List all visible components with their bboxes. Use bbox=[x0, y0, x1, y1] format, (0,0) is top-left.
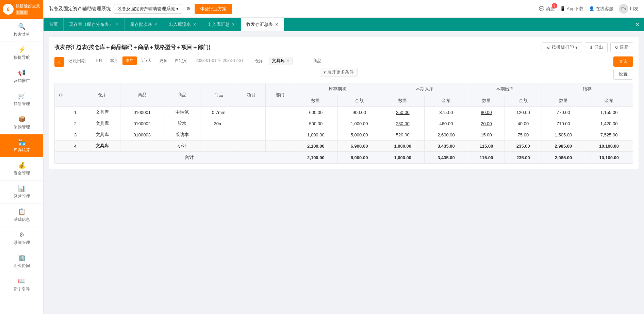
th-in-qty: 数量 bbox=[381, 95, 425, 107]
sidebar-item-inventory[interactable]: 🏪 库存核算 bbox=[0, 134, 43, 158]
row-in-qty[interactable]: 230.00 bbox=[381, 118, 425, 129]
system-dropdown[interactable]: 装备及固定资产辅助管理系统 ▾ bbox=[114, 4, 182, 14]
row-out-qty[interactable]: 20.00 bbox=[468, 118, 505, 129]
message-action[interactable]: 💬 消息 6 bbox=[539, 6, 555, 12]
tab-inout-summary-close[interactable]: ✕ bbox=[232, 22, 235, 27]
date-btn-this-month[interactable]: 本月 bbox=[107, 56, 121, 65]
sidebar-item-basic-info[interactable]: 📋 基础信息 bbox=[0, 204, 43, 227]
expand-label: 展开更多条件 bbox=[327, 69, 354, 75]
th-out: 本期出库 bbox=[468, 83, 542, 95]
online-service-action[interactable]: 👤 在线客服 bbox=[589, 6, 613, 12]
refresh-button[interactable]: ↻ 刷新 bbox=[610, 42, 633, 52]
th-settings[interactable]: ⚙ bbox=[55, 83, 67, 107]
date-btn-last-month[interactable]: 上月 bbox=[91, 56, 105, 65]
row-project bbox=[237, 141, 266, 152]
row-in-amt: 2,600.00 bbox=[425, 129, 468, 141]
date-range-display: 2023-01-01 至 2023-12-31 bbox=[196, 58, 244, 64]
chevron-down-icon: ▾ bbox=[575, 45, 578, 50]
sidebar-item-operations[interactable]: 📊 经营管理 bbox=[0, 181, 43, 204]
row-in-qty-link[interactable]: 250.00 bbox=[396, 110, 410, 115]
row-in-qty[interactable]: 1,000.00 bbox=[381, 141, 425, 152]
query-button[interactable]: 查询 bbox=[613, 56, 633, 67]
filter-ellipsis-2[interactable]: ... bbox=[327, 58, 333, 63]
footer-empty-2 bbox=[67, 152, 84, 164]
sidebar-item-label: 销售管理 bbox=[14, 101, 30, 107]
close-all-tabs[interactable]: ✕ bbox=[631, 21, 644, 28]
sidebar-item-system[interactable]: ⚙ 系统管理 bbox=[0, 227, 43, 250]
row-out-qty-link[interactable]: 20.00 bbox=[481, 121, 492, 126]
date-btn-this-year[interactable]: 本年 bbox=[122, 56, 137, 65]
row-balance-qty: 770.00 bbox=[542, 107, 585, 118]
expand-conditions-button[interactable]: ▾ 展开更多条件 bbox=[320, 68, 358, 77]
tab-inout-summary[interactable]: 出入库汇总 ✕ bbox=[202, 18, 241, 31]
row-in-qty[interactable]: 520.00 bbox=[381, 129, 425, 141]
sidebar-item-sales[interactable]: 🛒 销售管理 bbox=[0, 88, 43, 111]
row-project bbox=[237, 107, 266, 118]
footer-out-amt: 235.00 bbox=[505, 152, 542, 164]
export-label: 导出 bbox=[594, 44, 603, 50]
sidebar-item-finance[interactable]: 💰 资金管理 bbox=[0, 158, 43, 181]
date-btn-custom[interactable]: 自定义 bbox=[172, 56, 190, 65]
sidebar-item-beginner[interactable]: 📖 新手引导 bbox=[0, 273, 43, 296]
sidebar-item-label: 系统管理 bbox=[14, 240, 30, 246]
tab-recv-send-summary[interactable]: 收发存汇总表 ✕ bbox=[241, 18, 284, 31]
row-out-qty[interactable]: 80.00 bbox=[468, 107, 505, 118]
tab-home[interactable]: 首页 bbox=[44, 18, 64, 31]
tab-bar: 首页 现存量（库存分布表） ✕ 库存批次账 ✕ 出入库流水 ✕ 出入库汇总 ✕ … bbox=[44, 18, 644, 31]
sidebar-item-quick-nav[interactable]: ⚡ 快捷导航 bbox=[0, 42, 43, 65]
sidebar-item-search[interactable]: 🔍 搜索菜单 bbox=[0, 19, 43, 42]
warehouse-remove-icon[interactable]: ✕ bbox=[286, 59, 290, 63]
tab-inventory-dist-close[interactable]: ✕ bbox=[115, 22, 119, 27]
export-button[interactable]: ⬇ 导出 bbox=[585, 42, 608, 52]
sidebar-item-enterprise[interactable]: 🏢 企业协同 bbox=[0, 250, 43, 273]
refresh-icon: ↻ bbox=[615, 45, 618, 50]
sidebar-item-label: 资金管理 bbox=[14, 170, 30, 176]
row-in-qty[interactable]: 250.00 bbox=[381, 107, 425, 118]
experience-button[interactable]: 体验行业方案 bbox=[195, 4, 232, 14]
row-out-qty-link[interactable]: 15.00 bbox=[481, 132, 492, 137]
tab-recv-send-summary-close[interactable]: ✕ bbox=[275, 22, 278, 27]
tab-inout-summary-label: 出入库汇总 bbox=[208, 21, 230, 28]
user-action[interactable]: Ea 用友 bbox=[619, 4, 639, 14]
print-button[interactable]: 🖨 按模板打印 ▾ bbox=[542, 42, 582, 52]
warehouse-label: 仓库 bbox=[254, 58, 263, 64]
expand-icon: ▾ bbox=[324, 70, 326, 75]
footer-opening-qty: 2,100.00 bbox=[294, 152, 338, 164]
system-name: 装备及固定资产辅助管理系统 bbox=[49, 6, 111, 12]
row-in-qty-link[interactable]: 1,000.00 bbox=[394, 144, 411, 149]
sidebar-item-purchase[interactable]: 📦 采购管理 bbox=[0, 111, 43, 134]
row-opening-amt: 5,000.00 bbox=[337, 129, 381, 141]
marketing-icon: 📢 bbox=[18, 69, 26, 77]
filter-ellipsis-1[interactable]: ... bbox=[298, 58, 304, 63]
page-title: 收发存汇总表(按仓库＋商品编码＋商品＋规格型号＋项目＋部门) bbox=[54, 44, 211, 51]
row-out-qty[interactable]: 115.00 bbox=[468, 141, 505, 152]
row-in-qty-link[interactable]: 230.00 bbox=[396, 121, 410, 126]
table-row: 2文具库0100002胶水20ml500.001,000.00230.00460… bbox=[55, 118, 633, 129]
tab-inout-flow-close[interactable]: ✕ bbox=[193, 22, 196, 27]
tab-batch-ledger[interactable]: 库存批次账 ✕ bbox=[125, 18, 163, 31]
settings-button[interactable]: ⚙ bbox=[185, 5, 192, 13]
sidebar-item-label: 营销推广 bbox=[14, 78, 30, 84]
date-btn-7days[interactable]: 近7天 bbox=[138, 56, 155, 65]
date-btn-more[interactable]: 更多 bbox=[156, 56, 170, 65]
th-opening-qty: 数量 bbox=[294, 95, 338, 107]
row-out-qty[interactable]: 15.00 bbox=[468, 129, 505, 141]
footer-out-qty: 115.00 bbox=[468, 152, 505, 164]
filter-toggle-button[interactable]: ◁ bbox=[54, 57, 64, 67]
filter-settings-button[interactable]: 设置 bbox=[613, 69, 633, 80]
row-out-qty-link[interactable]: 80.00 bbox=[481, 110, 492, 115]
row-out-qty-link[interactable]: 115.00 bbox=[480, 144, 493, 149]
sidebar-item-marketing[interactable]: 📢 营销推广 bbox=[0, 65, 43, 88]
app-download-action[interactable]: 📱 App下载 bbox=[560, 6, 583, 12]
footer-label: 合计 bbox=[84, 152, 294, 164]
tab-batch-ledger-close[interactable]: ✕ bbox=[154, 22, 158, 27]
sales-icon: 🛒 bbox=[18, 92, 26, 100]
th-in: 本期入库 bbox=[381, 83, 468, 95]
tab-recv-send-summary-label: 收发存汇总表 bbox=[246, 21, 273, 28]
tab-inout-flow-label: 出入库流水 bbox=[169, 21, 191, 28]
row-opening-qty: 500.00 bbox=[294, 118, 338, 129]
tab-inout-flow[interactable]: 出入库流水 ✕ bbox=[163, 18, 202, 31]
tab-inventory-dist[interactable]: 现存量（库存分布表） ✕ bbox=[64, 18, 125, 31]
filter-toggle-icon: ◁ bbox=[57, 59, 61, 65]
row-in-qty-link[interactable]: 520.00 bbox=[396, 132, 410, 137]
